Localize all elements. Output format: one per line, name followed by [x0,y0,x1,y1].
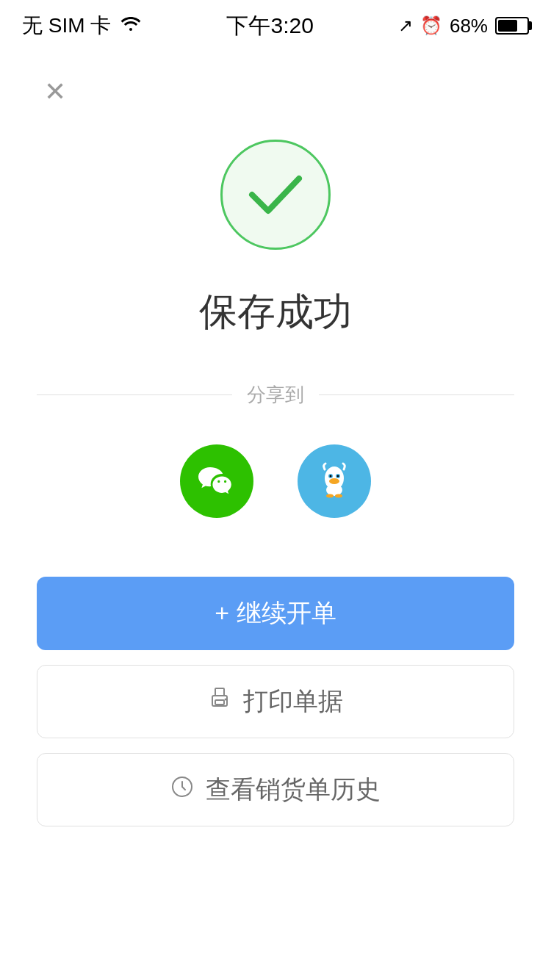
history-button[interactable]: 查看销货单历史 [37,753,514,826]
status-right: ↗ ⏰ 68% [398,15,529,37]
close-icon: ✕ [44,79,66,105]
carrier-text: 无 SIM 卡 [22,12,111,40]
svg-point-13 [225,699,227,701]
status-left: 无 SIM 卡 [22,12,142,40]
status-bar: 无 SIM 卡 下午3:20 ↗ ⏰ 68% [0,0,551,51]
action-buttons: + 继续开单 打印单据 查看销货单历史 [37,577,514,826]
svg-point-9 [335,494,342,498]
svg-rect-12 [215,700,224,705]
continue-order-button[interactable]: + 继续开单 [37,577,514,650]
wechat-icon [194,458,240,504]
divider-line-right [319,394,514,395]
success-icon-circle [220,140,331,250]
continue-order-label: + 继续开单 [215,597,336,630]
print-icon [208,687,231,716]
success-title: 保存成功 [199,287,352,338]
svg-point-7 [326,484,342,496]
share-icons-row [180,444,371,518]
svg-point-5 [337,475,339,478]
wechat-share-button[interactable] [180,444,253,518]
alarm-icon: ⏰ [420,15,442,36]
checkmark-icon [246,173,305,217]
svg-rect-11 [215,688,224,696]
battery-percent: 68% [450,15,488,37]
print-label: 打印单据 [243,685,343,718]
qq-icon [312,459,356,503]
wifi-icon [120,15,142,37]
main-content: ✕ 保存成功 分享到 [0,51,551,826]
svg-point-4 [330,475,332,478]
share-divider: 分享到 [37,382,514,408]
qq-share-button[interactable] [298,444,371,518]
share-label: 分享到 [247,382,304,408]
history-icon [170,775,194,804]
svg-point-6 [329,478,339,484]
history-label: 查看销货单历史 [206,773,381,807]
location-icon: ↗ [398,15,413,36]
divider-line-left [37,394,232,395]
status-time: 下午3:20 [226,11,313,41]
close-button[interactable]: ✕ [37,73,73,110]
print-button[interactable]: 打印单据 [37,665,514,738]
svg-point-8 [326,494,334,498]
battery-icon [495,17,529,35]
